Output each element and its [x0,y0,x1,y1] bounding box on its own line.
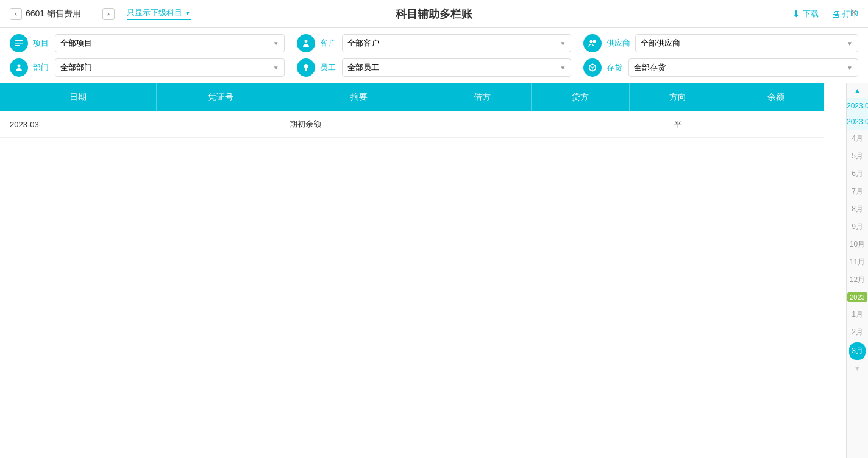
page-title: 科目辅助多栏账 [396,7,472,21]
supplier-icon [583,34,602,52]
cell-balance [727,111,824,138]
department-filter: 部门 全部部门 ▼ [10,58,285,77]
next-account-button[interactable]: › [102,8,115,20]
timeline-down-arrow[interactable]: ▼ [847,361,869,376]
top-actions: ⬇ 下载 🖨 打印 [792,9,858,19]
employee-chevron: ▼ [560,65,566,71]
department-icon [10,58,28,77]
ledger-table: 日期 凭证号 摘要 借方 贷方 方向 余额 2023-03 期初余额 平 [0,83,824,138]
show-sub-accounts[interactable]: 只显示下级科目 ▼ [127,7,191,20]
project-label: 项目 [33,38,50,49]
svg-rect-0 [15,40,23,41]
download-icon: ⬇ [792,9,800,19]
inventory-select[interactable]: 全部存货 ▼ [628,58,858,77]
employee-label: 员工 [320,62,337,73]
employee-filter: 员工 全部员工 ▼ [297,58,572,77]
timeline-item-2023-03-2[interactable]: 2023.03 [847,114,868,130]
top-bar: ‹ 6601 销售费用 › 只显示下级科目 ▼ 科目辅助多栏账 ⬇ 下载 🖨 打… [0,0,868,28]
col-balance: 余额 [727,83,824,111]
col-credit: 贷方 [531,83,629,111]
project-value: 全部项目 [60,38,92,49]
col-voucher: 凭证号 [156,83,285,111]
supplier-filter: 供应商 全部供应商 ▼ [583,34,858,52]
timeline-item-2[interactable]: 2月 [847,323,868,341]
cell-credit [531,111,629,138]
col-debit: 借方 [433,83,531,111]
timeline-item-12[interactable]: 12月 [847,271,868,289]
timeline-item-3-active[interactable]: 3月 [849,342,866,360]
inventory-value: 全部存货 [634,62,666,73]
timeline-up-arrow[interactable]: ▲ [847,83,869,98]
customer-select[interactable]: 全部客户 ▼ [342,34,572,52]
cell-debit [433,111,531,138]
filter-bar: 项目 全部项目 ▼ 客户 全部客户 ▼ 供应商 全部供应商 ▼ 部门 全部部门 [0,28,868,83]
svg-rect-1 [15,43,23,44]
customer-icon [297,34,315,52]
timeline-panel: ▲ 2023.03 2023.03 4月 5月 6月 7月 8月 9月 10月 … [846,83,868,458]
supplier-label: 供应商 [607,38,630,49]
svg-point-4 [593,40,596,43]
employee-icon [297,58,315,77]
timeline-item-11[interactable]: 11月 [847,253,868,271]
inventory-icon [583,58,602,77]
year-badge: 2023 [847,292,867,302]
department-chevron: ▼ [273,65,279,71]
supplier-select[interactable]: 全部供应商 ▼ [635,34,858,52]
inventory-label: 存货 [607,62,624,73]
account-navigation: ‹ 6601 销售费用 › [10,8,115,20]
project-chevron: ▼ [273,40,279,47]
timeline-item-4[interactable]: 4月 [847,130,868,147]
timeline-item-9[interactable]: 9月 [847,218,868,236]
cell-summary: 期初余额 [285,111,433,138]
cell-direction: 平 [629,111,727,138]
timeline-item-10[interactable]: 10月 [847,236,868,253]
timeline-item-8[interactable]: 8月 [847,200,868,218]
svg-rect-2 [15,45,20,46]
supplier-value: 全部供应商 [641,38,680,49]
supplier-chevron: ▼ [847,40,853,47]
project-filter: 项目 全部项目 ▼ [10,34,285,52]
download-button[interactable]: ⬇ 下载 [792,9,819,19]
print-icon: 🖨 [831,9,840,19]
table-header-row: 日期 凭证号 摘要 借方 贷方 方向 余额 [0,83,824,111]
customer-label: 客户 [320,38,337,49]
cell-date: 2023-03 [0,111,156,138]
department-value: 全部部门 [60,62,92,73]
employee-select[interactable]: 全部员工 ▼ [342,58,572,77]
svg-point-5 [18,65,21,68]
project-icon [10,34,28,52]
timeline-year-2023[interactable]: 2023 [847,289,868,306]
table-row: 2023-03 期初余额 平 [0,111,824,138]
col-summary: 摘要 [285,83,433,111]
svg-point-3 [590,40,593,43]
timeline-item-6[interactable]: 6月 [847,165,868,183]
col-direction: 方向 [629,83,727,111]
account-code-name: 6601 销售费用 [26,9,99,19]
table-container[interactable]: 日期 凭证号 摘要 借方 贷方 方向 余额 2023-03 期初余额 平 [0,83,824,458]
show-sub-label: 只显示下级科目 [127,7,182,18]
department-label: 部门 [33,62,50,73]
employee-value: 全部员工 [347,62,379,73]
inventory-chevron: ▼ [847,65,853,71]
svg-rect-7 [305,68,307,71]
customer-chevron: ▼ [560,40,566,47]
timeline-item-7[interactable]: 7月 [847,183,868,200]
timeline-item-1[interactable]: 1月 [847,306,868,323]
timeline-item-5[interactable]: 5月 [847,147,868,165]
main-area: 日期 凭证号 摘要 借方 贷方 方向 余额 2023-03 期初余额 平 ▲ 2… [0,83,868,458]
prev-account-button[interactable]: ‹ [10,8,22,20]
customer-filter: 客户 全部客户 ▼ [297,34,572,52]
close-button[interactable]: ✕ [849,6,858,19]
show-sub-chevron: ▼ [185,10,191,16]
department-select[interactable]: 全部部门 ▼ [55,58,285,77]
col-date: 日期 [0,83,156,111]
customer-value: 全部客户 [347,38,379,49]
cell-voucher [156,111,285,138]
timeline-item-2023-03-1[interactable]: 2023.03 [847,98,868,114]
project-select[interactable]: 全部项目 ▼ [55,34,285,52]
inventory-filter: 存货 全部存货 ▼ [583,58,858,77]
